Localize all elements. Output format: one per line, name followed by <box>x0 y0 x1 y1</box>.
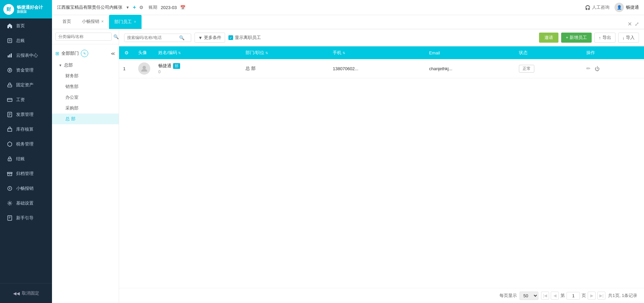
col-avatar: 头像 <box>134 46 154 59</box>
cell-status: 正常 <box>515 59 582 78</box>
dept-caigoubu[interactable]: 采购部 <box>52 103 119 114</box>
sidebar-item-salary[interactable]: 工资 <box>0 92 52 107</box>
sidebar-item-ledger[interactable]: 总账 <box>0 33 52 48</box>
support-button[interactable]: 🎧 人工咨询 <box>585 4 609 10</box>
dept-search-icon[interactable]: 🔍 <box>113 34 119 39</box>
resigned-checkbox[interactable]: ✓ <box>228 35 233 40</box>
next-page-button[interactable]: ▶ <box>588 292 596 300</box>
guide-icon <box>7 215 13 221</box>
export-button[interactable]: ↑ 导出 <box>594 33 615 43</box>
dept-group-zongbu: ▼ 总部 财务部 销售部 办公室 采购部 总 部 <box>52 60 119 124</box>
table-settings-icon[interactable]: ⚙ <box>124 50 129 55</box>
dept-panel: 🔍 ⊞ 全部部门 ✎ ≪ ▼ 总部 财务部 销售部 办公室 采购 <box>52 29 119 303</box>
company-name[interactable]: 江西服宝精品有限责任公司内账张 <box>57 4 122 10</box>
svg-rect-4 <box>9 54 10 57</box>
tab-department-close[interactable]: × <box>134 19 136 24</box>
invite-button[interactable]: 邀请 <box>539 33 558 43</box>
cancel-fixed-button[interactable]: ◀◀ 取消固定 <box>0 287 52 300</box>
employee-search-icon[interactable]: 🔍 <box>179 35 184 40</box>
dept-caiwubu[interactable]: 财务部 <box>52 71 119 81</box>
per-page-select[interactable]: 50 20 100 <box>520 292 538 300</box>
calendar-icon[interactable]: 📅 <box>180 5 185 10</box>
col-phone[interactable]: 手机⇅ <box>329 46 425 59</box>
dept-edit-icon[interactable]: ✎ <box>81 50 88 57</box>
col-action: 操作 <box>582 46 644 59</box>
inventory-icon <box>7 126 13 132</box>
table-row: 1 畅捷通 部 0 <box>119 59 644 78</box>
sidebar-item-expense[interactable]: 小畅报销 <box>0 181 52 196</box>
cell-name: 畅捷通 部 0 <box>154 59 241 78</box>
sidebar-item-label: 小畅报销 <box>16 185 34 191</box>
edit-icon[interactable]: ✏ <box>586 66 591 72</box>
asset-icon <box>7 82 13 88</box>
import-button[interactable]: ↓ 导入 <box>618 33 639 43</box>
sidebar-item-inventory[interactable]: 库存核算 <box>0 122 52 137</box>
sidebar-item-fund[interactable]: ¥ 资金管理 <box>0 63 52 78</box>
sidebar-item-report[interactable]: 云报表中心 <box>0 48 52 63</box>
add-employee-button[interactable]: + 新增员工 <box>561 33 592 43</box>
sidebar-item-close[interactable]: 结账 <box>0 152 52 166</box>
sidebar-item-label: 首页 <box>16 23 25 29</box>
svg-point-17 <box>9 160 10 160</box>
show-resigned-toggle[interactable]: ✓ 显示离职员工 <box>228 35 261 41</box>
user-avatar: 👤 <box>614 3 624 12</box>
tab-home[interactable]: 首页 <box>57 15 76 29</box>
dept-group-header[interactable]: ▼ 总部 <box>52 60 119 71</box>
support-label: 人工咨询 <box>592 4 609 10</box>
employee-table: ⚙ 头像 姓名/编码⇅ 部门/职位⇅ 手机⇅ Email 状态 操作 <box>119 46 644 78</box>
page-input[interactable] <box>567 292 580 300</box>
toolbar-right: 邀请 + 新增员工 ↑ 导出 ↓ 导入 <box>539 33 639 43</box>
sidebar-item-asset[interactable]: 固定资产 <box>0 78 52 92</box>
dept-badge: 部 <box>173 63 180 69</box>
dept-collapse-icon[interactable]: ≪ <box>111 51 115 56</box>
col-name[interactable]: 姓名/编码⇅ <box>154 46 241 59</box>
last-page-button[interactable]: ▶| <box>597 292 605 300</box>
close-tab-button[interactable]: ✕ <box>628 21 632 27</box>
sidebar-item-tax[interactable]: 税务管理 <box>0 137 52 152</box>
sidebar-item-settings[interactable]: 基础设置 <box>0 196 52 211</box>
sidebar-item-archive[interactable]: 归档管理 <box>0 166 52 181</box>
logout-icon[interactable]: ⏻ <box>595 66 600 72</box>
employee-search-input[interactable] <box>127 35 177 40</box>
prev-page-button[interactable]: ◀ <box>551 292 559 300</box>
svg-text:¥: ¥ <box>8 68 11 73</box>
sidebar-item-home[interactable]: 首页 <box>0 18 52 33</box>
employee-table-container: ⚙ 头像 姓名/编码⇅ 部门/职位⇅ 手机⇅ Email 状态 操作 <box>119 46 644 288</box>
sidebar-item-invoice[interactable]: 发票管理 <box>0 107 52 122</box>
cell-no: 1 <box>119 59 134 78</box>
col-email: Email <box>425 46 515 59</box>
settings-icon <box>7 200 13 206</box>
dept-all-icon: ⊞ <box>55 51 59 56</box>
col-settings: ⚙ <box>119 46 134 59</box>
show-resigned-label: 显示离职员工 <box>235 35 261 41</box>
import-label: 导入 <box>626 35 635 41</box>
filter-button[interactable]: ▼ 更多条件 <box>195 33 225 43</box>
sidebar-bottom: ◀◀ 取消固定 <box>0 283 52 303</box>
sidebar-logo: 财 畅捷通好会计 旗舰版 <box>0 0 52 18</box>
user-menu[interactable]: 👤 畅捷通 <box>614 3 639 12</box>
expense-icon <box>7 185 13 191</box>
dept-xiaoshoubu[interactable]: 销售部 <box>52 81 119 92</box>
top-bar: 江西服宝精品有限责任公司内账张 ▼ + ⚙ 账期 2023-03 📅 🎧 人工咨… <box>52 0 644 15</box>
tab-department[interactable]: 部门员工 × <box>109 15 142 29</box>
pagination-bar: 每页显示 50 20 100 |◀ ◀ 第 页 ▶ ▶| 共1页, 1条记录 <box>119 288 644 303</box>
period-label: 账期 <box>149 4 157 10</box>
dept-bangongshi[interactable]: 办公室 <box>52 92 119 103</box>
expand-tab-button[interactable]: ⤢ <box>635 21 639 27</box>
dept-zongbu[interactable]: 总 部 <box>52 114 119 124</box>
tab-expense-close[interactable]: × <box>101 19 104 24</box>
first-page-button[interactable]: |◀ <box>541 292 549 300</box>
all-dept-label: 全部部门 <box>61 50 79 56</box>
company-dropdown-icon[interactable]: ▼ <box>126 5 129 9</box>
headset-icon: 🎧 <box>585 5 590 10</box>
tab-expense[interactable]: 小畅报销 × <box>76 15 109 29</box>
sidebar-item-guide[interactable]: 新手引导 <box>0 211 52 225</box>
sidebar-item-label: 基础设置 <box>16 200 34 206</box>
add-company-button[interactable]: + <box>133 4 136 10</box>
sidebar-item-label: 资金管理 <box>16 67 34 73</box>
settings-gear-icon[interactable]: ⚙ <box>139 5 144 10</box>
col-dept[interactable]: 部门/职位⇅ <box>241 46 329 59</box>
dept-search-input[interactable] <box>55 33 112 41</box>
all-dept-item[interactable]: ⊞ 全部部门 ✎ ≪ <box>52 47 119 60</box>
triangle-icon: ▼ <box>59 63 62 67</box>
